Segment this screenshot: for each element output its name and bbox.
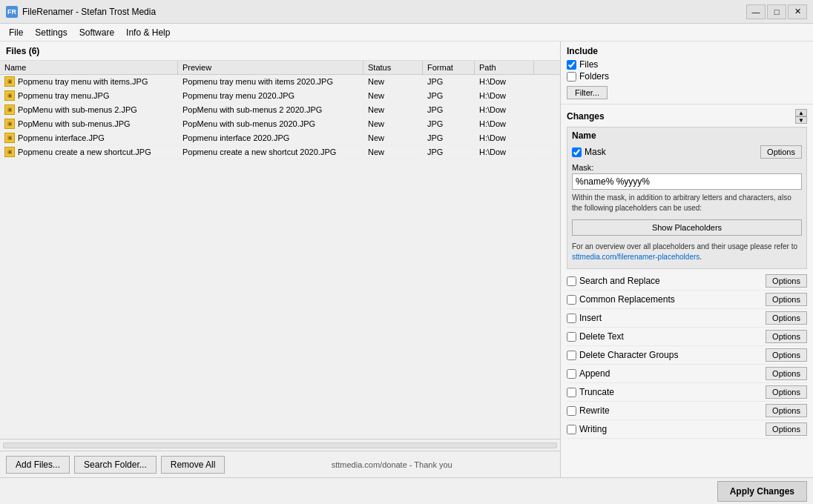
writing-options-button[interactable]: Options	[766, 422, 807, 436]
insert-label: Insert	[579, 313, 602, 323]
table-cell-4: H:\Dow	[475, 131, 534, 145]
delete_text-options-button[interactable]: Options	[766, 330, 807, 343]
scrollbar-track[interactable]	[3, 442, 557, 448]
mask-checkbox[interactable]	[572, 147, 582, 157]
delete_char_groups-options-button[interactable]: Options	[766, 348, 807, 362]
titlebar: FR FileRenamer - Stefan Trost Media — □ …	[0, 0, 813, 24]
folders-checkbox[interactable]	[567, 72, 576, 82]
table-row[interactable]: ▣PopMenu with sub-menus.JPGPopMenu with …	[0, 117, 560, 131]
table-cell-3: JPG	[423, 89, 475, 102]
table-cell-2: New	[363, 75, 423, 88]
insert-options-button[interactable]: Options	[766, 311, 807, 325]
window-controls: — □ ✕	[746, 4, 807, 19]
name-label: Name	[572, 130, 596, 141]
table-cell-4: H:\Dow	[475, 75, 534, 88]
change-row-common_replacements: Common ReplacementsOptions	[567, 291, 807, 309]
append-checkbox[interactable]	[567, 369, 576, 379]
file-icon: ▣	[4, 90, 15, 101]
show-placeholders-button[interactable]: Show Placeholders	[572, 219, 802, 236]
change-row-rewrite: RewriteOptions	[567, 402, 807, 420]
delete_text-checkbox[interactable]	[567, 332, 576, 342]
table-row[interactable]: ▣Popmenu tray menu.JPGPopmenu tray menu …	[0, 89, 560, 103]
folders-checkbox-row: Folders	[567, 71, 807, 82]
changes-header: Changes ▲ ▼	[567, 109, 807, 124]
files-header: Files (6)	[0, 42, 560, 61]
menu-info[interactable]: Info & Help	[120, 26, 176, 39]
change-row-writing: WritingOptions	[567, 420, 807, 439]
scroll-up-button[interactable]: ▲	[795, 109, 807, 116]
file-icon: ▣	[4, 119, 15, 129]
horizontal-scrollbar[interactable]	[0, 439, 560, 451]
minimize-button[interactable]: —	[746, 4, 766, 19]
table-cell-3: JPG	[423, 117, 475, 130]
append-label: Append	[579, 368, 610, 379]
bottom-bar: Add Files... Search Folder... Remove All…	[0, 451, 560, 477]
remove-all-button[interactable]: Remove All	[161, 456, 226, 474]
file-icon: ▣	[4, 147, 15, 157]
right-panel: Include Files Folders Filter... Changes …	[561, 42, 813, 477]
col-path[interactable]: Path	[475, 61, 534, 74]
apply-changes-button[interactable]: Apply Changes	[717, 481, 807, 502]
table-row[interactable]: ▣Popmenu tray menu with items.JPGPopmenu…	[0, 75, 560, 89]
table-row[interactable]: ▣Popmenu interface.JPGPopmenu interface …	[0, 131, 560, 145]
menu-software[interactable]: Software	[73, 26, 120, 39]
delete_char_groups-checkbox[interactable]	[567, 351, 576, 360]
table-cell-4: H:\Dow	[475, 89, 534, 102]
table-row[interactable]: ▣Popmenu create a new shortcut.JPGPopmen…	[0, 145, 560, 159]
table-body: ▣Popmenu tray menu with items.JPGPopmenu…	[0, 75, 560, 432]
mask-section: Mask Options Mask: Within the mask, in a…	[572, 141, 802, 265]
filter-button[interactable]: Filter...	[567, 86, 608, 99]
insert-checkbox[interactable]	[567, 314, 576, 323]
table-cell-3: JPG	[423, 75, 475, 88]
change-rows: Search and ReplaceOptionsCommon Replacem…	[567, 272, 807, 439]
append-options-button[interactable]: Options	[766, 367, 807, 380]
delete_text-label: Delete Text	[579, 331, 624, 342]
rewrite-checkbox[interactable]	[567, 406, 576, 416]
change-left: Rewrite	[567, 405, 610, 416]
mask-input[interactable]	[572, 173, 802, 190]
placeholder-info-text: For an overview over all placeholders an…	[572, 242, 797, 251]
scroll-down-button[interactable]: ▼	[795, 116, 807, 124]
col-preview[interactable]: Preview	[178, 61, 363, 74]
table-cell-2: New	[363, 103, 423, 116]
close-button[interactable]: ✕	[788, 4, 807, 19]
files-checkbox[interactable]	[567, 60, 576, 70]
add-files-button[interactable]: Add Files...	[6, 456, 70, 474]
menu-file[interactable]: File	[3, 26, 29, 39]
change-row-delete_char_groups: Delete Character GroupsOptions	[567, 346, 807, 365]
common_replacements-checkbox[interactable]	[567, 295, 576, 305]
col-format[interactable]: Format	[423, 61, 475, 74]
search_replace-label: Search and Replace	[579, 276, 660, 286]
col-name[interactable]: Name	[0, 61, 178, 74]
menu-settings[interactable]: Settings	[29, 26, 73, 39]
col-status[interactable]: Status	[363, 61, 423, 74]
status-text: sttmedia.com/donate - Thank you	[229, 460, 554, 469]
common_replacements-options-button[interactable]: Options	[766, 293, 807, 306]
table-row[interactable]: ▣PopMenu with sub-menus 2.JPGPopMenu wit…	[0, 103, 560, 117]
file-table: Name Preview Status Format Path ▣Popmenu…	[0, 61, 560, 439]
placeholder-link[interactable]: sttmedia.com/filerenamer-placeholders	[572, 253, 700, 261]
mask-checkbox-label: Mask	[585, 147, 606, 157]
table-cell-4: H:\Dow	[475, 103, 534, 116]
mask-options-button[interactable]: Options	[760, 145, 802, 159]
rewrite-options-button[interactable]: Options	[766, 404, 807, 417]
truncate-label: Truncate	[579, 387, 614, 397]
table-cell-2: New	[363, 145, 423, 159]
truncate-options-button[interactable]: Options	[766, 385, 807, 399]
search_replace-checkbox[interactable]	[567, 276, 576, 286]
files-checkbox-row: Files	[567, 59, 807, 70]
file-name-cell: ▣Popmenu create a new shortcut.JPG	[0, 145, 178, 159]
table-cell-1: Popmenu create a new shortcut 2020.JPG	[178, 145, 363, 159]
table-cell-2: New	[363, 131, 423, 145]
writing-checkbox[interactable]	[567, 425, 576, 434]
truncate-checkbox[interactable]	[567, 388, 576, 397]
search-folder-button[interactable]: Search Folder...	[74, 456, 157, 474]
file-name-cell: ▣Popmenu tray menu with items.JPG	[0, 75, 178, 88]
search_replace-options-button[interactable]: Options	[766, 274, 807, 288]
change-row-insert: InsertOptions	[567, 309, 807, 328]
maximize-button[interactable]: □	[767, 4, 786, 19]
table-header: Name Preview Status Format Path	[0, 61, 560, 75]
table-cell-2: New	[363, 89, 423, 102]
change-left: Delete Character Groups	[567, 350, 678, 360]
file-icon: ▣	[4, 105, 15, 115]
